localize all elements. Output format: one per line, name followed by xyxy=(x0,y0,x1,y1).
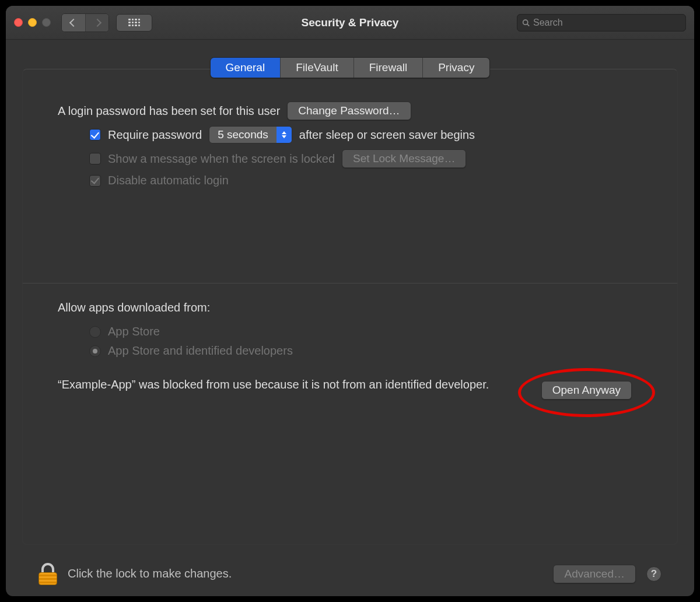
lock-icon[interactable] xyxy=(38,563,57,585)
login-password-row: A login password has been set for this u… xyxy=(58,102,642,120)
allow-identified-row: App Store and identified developers xyxy=(58,344,642,358)
change-password-button[interactable]: Change Password… xyxy=(287,102,411,120)
titlebar: Security & Privacy xyxy=(6,6,694,40)
set-lock-message-button: Set Lock Message… xyxy=(342,149,466,168)
open-anyway-button[interactable]: Open Anyway xyxy=(541,381,632,400)
tab-general[interactable]: General xyxy=(211,58,281,78)
login-password-text: A login password has been set for this u… xyxy=(58,104,280,118)
search-field[interactable] xyxy=(517,14,686,32)
back-button[interactable] xyxy=(62,14,85,32)
allow-identified-label: App Store and identified developers xyxy=(108,344,293,358)
divider xyxy=(23,283,677,284)
general-panel: A login password has been set for this u… xyxy=(22,69,678,545)
show-lock-message-checkbox xyxy=(89,153,101,164)
disable-auto-login-row: Disable automatic login xyxy=(58,174,642,187)
require-password-checkbox[interactable] xyxy=(89,129,101,141)
disable-auto-login-label: Disable automatic login xyxy=(108,174,229,187)
allow-appstore-radio xyxy=(89,326,101,338)
help-button[interactable]: ? xyxy=(646,566,662,582)
tab-bar: General FileVault Firewall Privacy xyxy=(22,57,678,78)
require-password-row: Require password 5 seconds after sleep o… xyxy=(58,126,642,144)
nav-buttons xyxy=(61,13,109,32)
traffic-lights xyxy=(14,18,51,27)
blocked-app-text: “Example-App” was blocked from use becau… xyxy=(58,376,513,393)
tab-firewall[interactable]: Firewall xyxy=(354,58,422,78)
svg-line-1 xyxy=(527,24,529,26)
allow-apps-title: Allow apps downloaded from: xyxy=(58,301,642,314)
tab-filevault[interactable]: FileVault xyxy=(280,58,354,78)
require-delay-value: 5 seconds xyxy=(209,128,276,141)
chevron-left-icon xyxy=(69,18,78,26)
allow-appstore-label: App Store xyxy=(108,325,160,338)
require-delay-select[interactable]: 5 seconds xyxy=(209,126,292,144)
allow-identified-radio xyxy=(89,345,101,357)
close-window-button[interactable] xyxy=(14,18,23,27)
chevron-right-icon xyxy=(93,18,101,26)
advanced-button[interactable]: Advanced… xyxy=(553,565,636,583)
tab-privacy[interactable]: Privacy xyxy=(422,58,489,78)
require-password-suffix: after sleep or screen saver begins xyxy=(299,128,475,142)
window-body: General FileVault Firewall Privacy A log… xyxy=(6,40,694,596)
svg-point-0 xyxy=(523,20,528,24)
stepper-arrows-icon xyxy=(276,127,292,143)
blocked-app-row: “Example-App” was blocked from use becau… xyxy=(58,376,642,404)
allow-appstore-row: App Store xyxy=(58,325,642,338)
show-lock-message-row: Show a message when the screen is locked… xyxy=(58,149,642,168)
disable-auto-login-checkbox xyxy=(89,175,101,187)
lock-hint-text: Click the lock to make changes. xyxy=(68,567,542,580)
require-password-label: Require password xyxy=(108,128,202,142)
search-input[interactable] xyxy=(533,18,681,28)
zoom-window-button xyxy=(42,18,51,27)
show-all-button[interactable] xyxy=(116,14,152,32)
forward-button xyxy=(85,14,108,32)
footer: Click the lock to make changes. Advanced… xyxy=(22,551,678,596)
show-lock-message-label: Show a message when the screen is locked xyxy=(108,152,335,166)
search-icon xyxy=(522,19,530,27)
grid-icon xyxy=(128,19,140,27)
minimize-window-button[interactable] xyxy=(28,18,37,27)
preferences-window: Security & Privacy General FileVault Fir… xyxy=(6,6,694,596)
